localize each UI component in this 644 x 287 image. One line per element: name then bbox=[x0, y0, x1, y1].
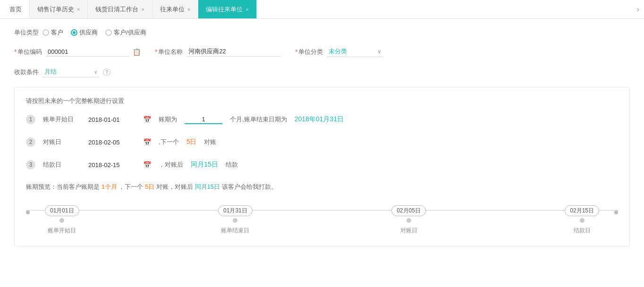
tl-badge-2: 01月31日 bbox=[218, 205, 253, 216]
unit-name-label: *单位名称 bbox=[155, 48, 183, 56]
unit-type-label: 单位类型 bbox=[14, 28, 39, 37]
radio-circle-customer bbox=[42, 29, 49, 36]
radio-both[interactable]: 客户/供应商 bbox=[105, 28, 146, 37]
unit-name-input[interactable] bbox=[186, 47, 281, 57]
unit-category-label: *单位分类 bbox=[295, 48, 323, 56]
step-row-3: 3 结款日 2018-02-15 📅 ，对账后 同月15日 结款 bbox=[26, 160, 618, 169]
step-date-3: 2018-02-15 bbox=[88, 161, 136, 169]
tab-edit-partner[interactable]: 编辑往来单位 × bbox=[198, 0, 256, 18]
tab-cash-work[interactable]: 钱货日清工作台 × bbox=[88, 0, 152, 18]
preview-part2: 5日 bbox=[145, 183, 154, 190]
payment-dropdown[interactable]: 月结 ∨ bbox=[42, 67, 99, 77]
close-sales-history[interactable]: × bbox=[77, 7, 80, 12]
unit-code-input[interactable] bbox=[46, 47, 129, 57]
radio-circle-both bbox=[105, 29, 112, 36]
unit-code-group: *单位编码 📋 bbox=[14, 47, 141, 57]
tl-dot-1 bbox=[59, 218, 64, 223]
timeline-node-3: 02月05日 对账日 bbox=[391, 205, 426, 235]
tl-badge-1: 01月01日 bbox=[45, 205, 79, 216]
unit-type-group: 单位类型 客户 供应商 客户/供应商 bbox=[14, 28, 146, 37]
tl-dot-4 bbox=[580, 218, 585, 223]
tl-dot-3 bbox=[407, 218, 411, 223]
unit-name-group: *单位名称 bbox=[155, 47, 281, 57]
radio-customer-label: 客户 bbox=[51, 28, 63, 37]
unit-info-row: *单位编码 📋 *单位名称 *单位分类 未分类 ∨ bbox=[14, 46, 630, 57]
step-date-1: 2018-01-01 bbox=[88, 116, 136, 123]
step-row-2: 2 对账日 2018-02-05 📅 ,下一个 5日 对账 bbox=[26, 137, 618, 147]
tl-label-1: 账单开始日 bbox=[48, 227, 76, 235]
tab-partner[interactable]: 往来单位 × bbox=[153, 0, 198, 18]
help-icon[interactable]: ? bbox=[103, 68, 110, 76]
step-num-1: 1 bbox=[26, 115, 35, 124]
timeline-node-2: 01月31日 账单结束日 bbox=[218, 205, 253, 235]
radio-customer[interactable]: 客户 bbox=[42, 28, 63, 37]
chevron-down-icon: ∨ bbox=[377, 48, 381, 55]
step-num-2: 2 bbox=[26, 137, 35, 147]
period-end-date: 2018年01月31日 bbox=[295, 115, 344, 124]
preview-sep2: 对账，对账后 bbox=[156, 183, 193, 190]
close-edit-partner[interactable]: × bbox=[246, 7, 248, 12]
payment-row: 收款条件 月结 ∨ ? bbox=[14, 67, 630, 77]
step-num-3: 3 bbox=[26, 160, 35, 169]
step-day-2: 5日 bbox=[186, 138, 197, 146]
tab-home[interactable]: 首页 bbox=[0, 0, 30, 18]
step-label-3: 结款日 bbox=[43, 160, 81, 169]
payment-group: 收款条件 月结 ∨ ? bbox=[14, 67, 110, 77]
step-day-3: 同月15日 bbox=[191, 160, 218, 169]
preview-part3: 同月15日 bbox=[195, 183, 220, 190]
panel-hint: 请按照未来的一个完整帐期进行设置 bbox=[26, 97, 618, 105]
preview-suffix: 该客户会给我打款。 bbox=[222, 183, 277, 190]
unit-type-row: 单位类型 客户 供应商 客户/供应商 bbox=[14, 28, 630, 37]
unit-category-group: *单位分类 未分类 ∨ bbox=[295, 46, 383, 57]
timeline: 01月01日 账单开始日 01月31日 账单结束日 02月05日 对账日 02月… bbox=[26, 201, 618, 235]
step-suffix-2: 对账 bbox=[204, 138, 216, 146]
tl-badge-3: 02月05日 bbox=[391, 205, 426, 216]
close-cash-work[interactable]: × bbox=[141, 7, 144, 12]
chevron-down-payment-icon: ∨ bbox=[94, 69, 97, 75]
timeline-node-1: 01月01日 账单开始日 bbox=[45, 205, 79, 235]
radio-circle-supplier bbox=[71, 29, 77, 36]
unit-category-dropdown[interactable]: 未分类 ∨ bbox=[327, 46, 383, 57]
tab-bar: 首页 销售订单历史 × 钱货日清工作台 × 往来单位 × 编辑往来单位 × › bbox=[0, 0, 644, 19]
step-prefix-3: ，对账后 bbox=[159, 160, 183, 169]
preview-part1: 1个月 bbox=[102, 183, 117, 190]
tl-badge-4: 02月15日 bbox=[565, 205, 599, 216]
tl-dot-2 bbox=[233, 218, 237, 223]
unit-code-icon[interactable]: 📋 bbox=[133, 48, 141, 56]
close-partner[interactable]: × bbox=[187, 7, 190, 12]
payment-label: 收款条件 bbox=[14, 68, 39, 76]
step-label-1: 账单开始日 bbox=[43, 115, 81, 124]
radio-supplier[interactable]: 供应商 bbox=[71, 28, 98, 37]
preview-sep1: ，下一个 bbox=[119, 183, 143, 190]
radio-group-unit-type: 客户 供应商 客户/供应商 bbox=[42, 28, 146, 37]
page-content: 单位类型 客户 供应商 客户/供应商 *单位编码 bbox=[0, 19, 644, 287]
tab-more-button[interactable]: › bbox=[632, 0, 644, 18]
step-prefix-2: ,下一个 bbox=[159, 138, 179, 146]
tl-label-4: 结款日 bbox=[574, 227, 591, 235]
step-label-2: 对账日 bbox=[43, 138, 81, 146]
step-row-1: 1 账单开始日 2018-01-01 📅 账期为 个月,账单结束日期为 2018… bbox=[26, 115, 618, 124]
tl-label-3: 对账日 bbox=[400, 227, 417, 235]
step-date-2: 2018-02-05 bbox=[88, 139, 136, 146]
calendar-icon-2[interactable]: 📅 bbox=[143, 138, 151, 146]
step-suffix-3: 结款 bbox=[226, 160, 238, 169]
step-separator-1: 账期为 bbox=[159, 115, 177, 124]
preview-prefix: 账期预览：当前客户账期是 bbox=[26, 183, 100, 190]
period-input[interactable] bbox=[185, 115, 222, 124]
radio-both-label: 客户/供应商 bbox=[114, 28, 146, 37]
calendar-icon-1[interactable]: 📅 bbox=[143, 116, 151, 123]
payment-value: 月结 bbox=[44, 68, 92, 76]
tab-sales-history[interactable]: 销售订单历史 × bbox=[30, 0, 88, 18]
tl-label-2: 账单结束日 bbox=[221, 227, 249, 235]
preview-row: 账期预览：当前客户账期是 1个月 ，下一个 5日 对账，对账后 同月15日 该客… bbox=[26, 183, 618, 191]
unit-category-value: 未分类 bbox=[329, 47, 375, 56]
timeline-nodes: 01月01日 账单开始日 01月31日 账单结束日 02月05日 对账日 02月… bbox=[26, 205, 618, 235]
timeline-node-4: 02月15日 结款日 bbox=[565, 205, 599, 235]
unit-code-label: *单位编码 bbox=[14, 48, 42, 56]
radio-supplier-label: 供应商 bbox=[79, 28, 98, 37]
period-panel: 请按照未来的一个完整帐期进行设置 1 账单开始日 2018-01-01 📅 账期… bbox=[14, 87, 630, 246]
calendar-icon-3[interactable]: 📅 bbox=[143, 161, 151, 169]
step-suffix1-1: 个月,账单结束日期为 bbox=[230, 115, 287, 124]
